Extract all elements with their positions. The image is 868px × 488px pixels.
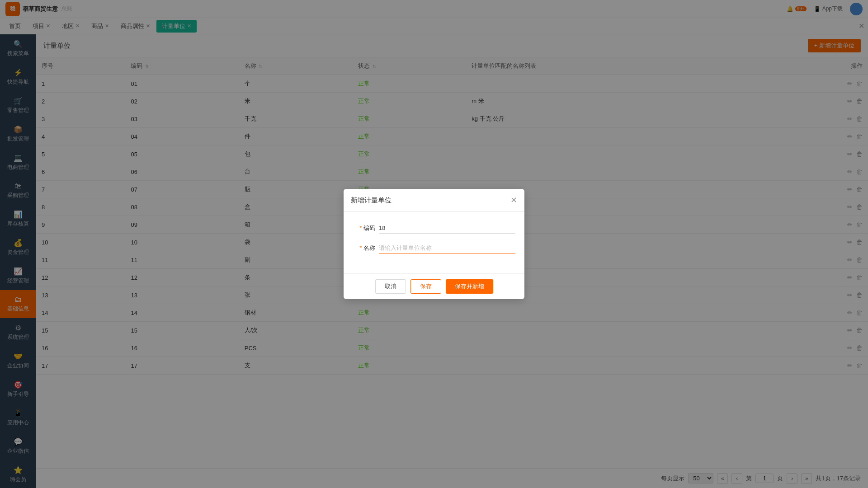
cancel-button[interactable]: 取消 bbox=[375, 279, 406, 294]
modal-title: 新增计量单位 bbox=[351, 196, 392, 205]
name-input[interactable] bbox=[379, 243, 515, 253]
modal-header: 新增计量单位 ✕ bbox=[344, 189, 524, 212]
code-input[interactable] bbox=[379, 223, 515, 234]
modal-close-button[interactable]: ✕ bbox=[510, 195, 517, 205]
modal-overlay: 新增计量单位 ✕ * 编码 * 名称 取消 保存 保存并新增 bbox=[0, 0, 868, 488]
form-row-name: * 名称 bbox=[353, 243, 515, 253]
modal-footer: 取消 保存 保存并新增 bbox=[344, 273, 524, 299]
form-row-code: * 编码 bbox=[353, 223, 515, 234]
name-label: * 名称 bbox=[353, 244, 375, 252]
save-button[interactable]: 保存 bbox=[410, 279, 441, 294]
required-star-code: * bbox=[359, 225, 362, 231]
add-unit-modal: 新增计量单位 ✕ * 编码 * 名称 取消 保存 保存并新增 bbox=[344, 189, 524, 299]
required-star-name: * bbox=[359, 244, 362, 251]
save-and-new-button[interactable]: 保存并新增 bbox=[446, 279, 493, 294]
code-label: * 编码 bbox=[353, 224, 375, 232]
modal-body: * 编码 * 名称 bbox=[344, 212, 524, 273]
